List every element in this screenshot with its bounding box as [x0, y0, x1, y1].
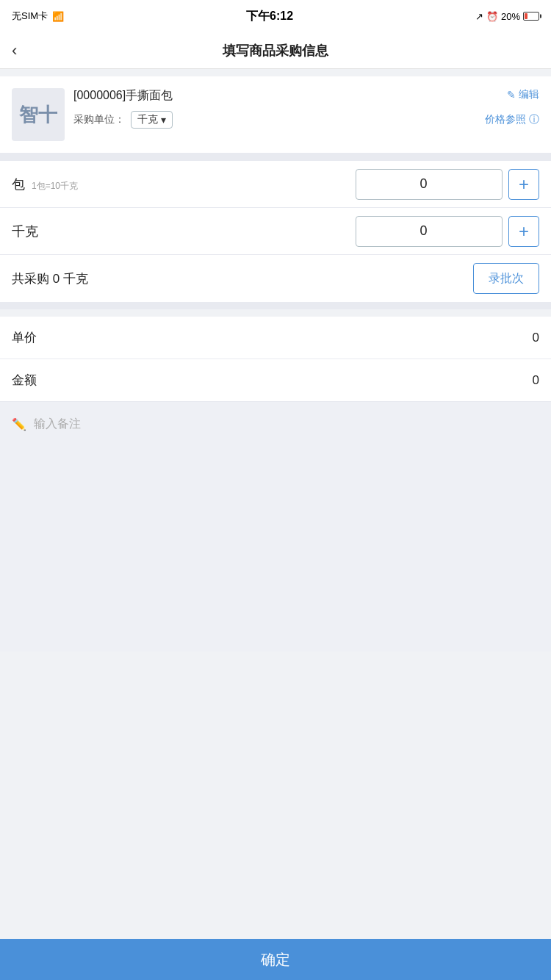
- bag-input-wrap: +: [85, 169, 539, 200]
- kg-label: 千克: [12, 223, 85, 240]
- carrier-text: 无SIM卡: [12, 10, 48, 23]
- bag-input-row: 包 1包=10千克 +: [0, 161, 551, 208]
- summary-row: 共采购 0 千克 录批次: [0, 255, 551, 302]
- info-circle-icon: ⓘ: [529, 113, 539, 126]
- dropdown-arrow-icon: ▾: [161, 114, 166, 126]
- bag-input[interactable]: [356, 169, 503, 200]
- info-section: 单价 0 金额 0: [0, 317, 551, 402]
- nav-bar: ‹ 填写商品采购信息: [0, 32, 551, 69]
- kg-input-wrap: +: [85, 216, 539, 247]
- summary-text: 共采购 0 千克: [12, 270, 88, 287]
- battery-fill: [525, 13, 527, 19]
- status-right: ↗ ⏰ 20%: [475, 11, 539, 22]
- product-info: [0000006]手撕面包 采购单位： 千克 ▾: [73, 88, 476, 129]
- product-name: [0000006]手撕面包: [73, 88, 476, 104]
- amount-value: 0: [533, 373, 539, 388]
- summary-value: 0: [53, 272, 60, 286]
- confirm-button-label: 确定: [261, 950, 290, 970]
- status-bar: 无SIM卡 📶 下午6:12 ↗ ⏰ 20%: [0, 0, 551, 32]
- bag-plus-button[interactable]: +: [508, 169, 539, 200]
- battery-text: 20%: [501, 11, 520, 22]
- price-reference-button[interactable]: 价格参照 ⓘ: [485, 113, 539, 126]
- input-section: 包 1包=10千克 + 千克 + 共采购 0 千克 录批次: [0, 161, 551, 302]
- product-unit-row: 采购单位： 千克 ▾: [73, 111, 476, 129]
- status-left: 无SIM卡 📶: [12, 10, 64, 23]
- kg-input[interactable]: [356, 216, 503, 247]
- record-batch-button[interactable]: 录批次: [473, 263, 539, 294]
- unit-price-row: 单价 0: [0, 317, 551, 359]
- section-divider-2: [0, 302, 551, 309]
- product-card: 智十 [0000006]手撕面包 采购单位： 千克 ▾ ✎ 编辑 价格参照 ⓘ: [0, 76, 551, 154]
- bag-sub-label: 1包=10千克: [32, 181, 78, 191]
- summary-unit: 千克: [63, 272, 88, 286]
- back-button[interactable]: ‹: [12, 41, 17, 60]
- battery-icon: [523, 12, 539, 21]
- pencil-icon: ✏️: [12, 417, 26, 431]
- alarm-icon: ⏰: [486, 11, 498, 22]
- section-divider-1: [0, 154, 551, 161]
- product-logo: 智十: [19, 102, 57, 128]
- product-actions: ✎ 编辑 价格参照 ⓘ: [485, 88, 539, 126]
- confirm-button[interactable]: 确定: [0, 939, 551, 980]
- amount-row: 金额 0: [0, 359, 551, 402]
- product-thumbnail: 智十: [12, 88, 65, 141]
- kg-input-row: 千克 +: [0, 208, 551, 255]
- unit-price-value: 0: [533, 331, 539, 345]
- content-area: [0, 446, 551, 652]
- amount-label: 金额: [12, 372, 37, 389]
- wifi-icon: 📶: [52, 11, 64, 22]
- status-time: 下午6:12: [246, 9, 293, 24]
- page-title: 填写商品采购信息: [223, 42, 328, 60]
- edit-button[interactable]: ✎ 编辑: [507, 88, 539, 101]
- notes-placeholder: 输入备注: [34, 417, 81, 432]
- bag-label: 包 1包=10千克: [12, 176, 85, 193]
- unit-price-label: 单价: [12, 329, 37, 346]
- unit-select[interactable]: 千克 ▾: [131, 111, 173, 129]
- unit-label: 采购单位：: [73, 113, 125, 126]
- location-icon: ↗: [475, 11, 483, 22]
- kg-plus-button[interactable]: +: [508, 216, 539, 247]
- edit-icon: ✎: [507, 89, 516, 101]
- notes-section[interactable]: ✏️ 输入备注: [0, 402, 551, 446]
